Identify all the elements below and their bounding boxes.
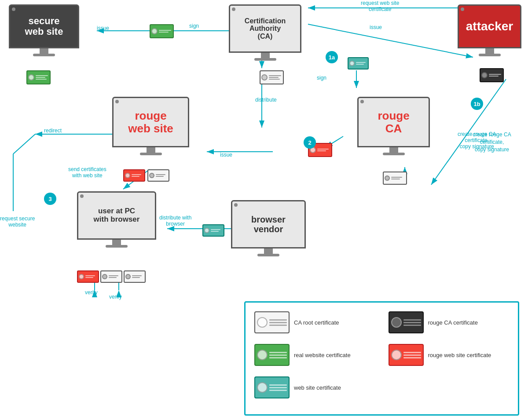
browser-vendor-label: browservendor — [251, 215, 286, 234]
secure-website-cert — [26, 70, 51, 84]
verify-cert-white2 — [124, 270, 146, 283]
distribute-browser-label: distribute withbrowser — [159, 215, 191, 227]
legend-real-website-label: real website certificate — [294, 352, 351, 358]
legend-box: CA root certificate rouge CA certificate — [244, 301, 519, 416]
ca-cert — [260, 70, 284, 84]
rouge-ca-cert — [383, 172, 407, 185]
legend-website-cert: web site certificate — [254, 376, 375, 398]
issue-label-2: issue — [220, 152, 232, 158]
redirect-label: redirect — [44, 128, 62, 134]
request-cert-label: request web sitecertificate — [361, 0, 399, 12]
rouge-ws-cert-below1 — [123, 169, 145, 182]
secure-website-monitor: secure web site — [9, 4, 79, 56]
verify-cert-red — [77, 270, 99, 283]
issue-label-1: issue — [97, 25, 109, 31]
request-secure-label: request securewebsite — [0, 215, 35, 228]
secure-website-label: secure web site — [25, 16, 63, 37]
rouge-ws-cert-below2 — [147, 169, 169, 182]
badge-1b: 1b — [471, 98, 483, 110]
issue-label-attacker: issue — [370, 24, 382, 30]
legend-ca-root-label: CA root certificate — [294, 319, 339, 326]
svg-line-15 — [13, 134, 35, 154]
issued-cert — [150, 24, 174, 38]
badge-1a: 1a — [326, 51, 338, 63]
create-rouge-ca-text: create rouge CAcertificate,copy signatur… — [457, 131, 527, 153]
rouge-website-monitor: rougeweb site — [112, 97, 189, 155]
verify-label-2: verify — [109, 294, 122, 300]
rouge-ws-cert-top — [348, 57, 369, 69]
distribute-label: distribute — [255, 97, 277, 103]
badge-3: 3 — [44, 193, 56, 205]
user-pc-label: user at PCwith browser — [94, 207, 140, 223]
legend-real-website: real website certificate — [254, 344, 375, 366]
ca-monitor: CertificationAuthority(CA) — [229, 4, 301, 61]
verify-label-1: verify — [85, 289, 98, 296]
attacker-label: attacker — [466, 20, 513, 33]
attacker-cert — [480, 68, 504, 82]
browser-vendor-monitor: browservendor — [231, 200, 306, 256]
legend-website-cert-label: web site certificate — [294, 384, 341, 391]
distribute-cert-teal — [202, 224, 224, 237]
legend-ca-root: CA root certificate — [254, 311, 375, 333]
legend-rouge-ws-label: rouge web site certificate — [428, 352, 491, 358]
ca-label: CertificationAuthority(CA) — [245, 17, 286, 40]
attacker-monitor: attacker — [458, 4, 521, 56]
user-pc-monitor: user at PCwith browser — [77, 191, 156, 248]
rouge-ca-monitor: rougeCA — [357, 97, 430, 155]
sign-label-2: sign — [317, 75, 326, 81]
rouge-ca-label: rougeCA — [378, 110, 409, 135]
legend-rouge-ws: rouge web site certificate — [389, 344, 510, 366]
sign-label-1: sign — [189, 23, 199, 29]
badge-2: 2 — [304, 136, 316, 149]
diagram: secure web site CertificationAuthority(C… — [0, 0, 528, 420]
verify-cert-white — [100, 270, 122, 283]
send-certs-label: send certificateswith web site — [68, 166, 106, 179]
legend-rouge-ca: rouge CA certificate — [389, 311, 510, 333]
legend-rouge-ca-label: rouge CA certificate — [428, 319, 478, 326]
rouge-website-label: rougeweb site — [128, 110, 173, 135]
